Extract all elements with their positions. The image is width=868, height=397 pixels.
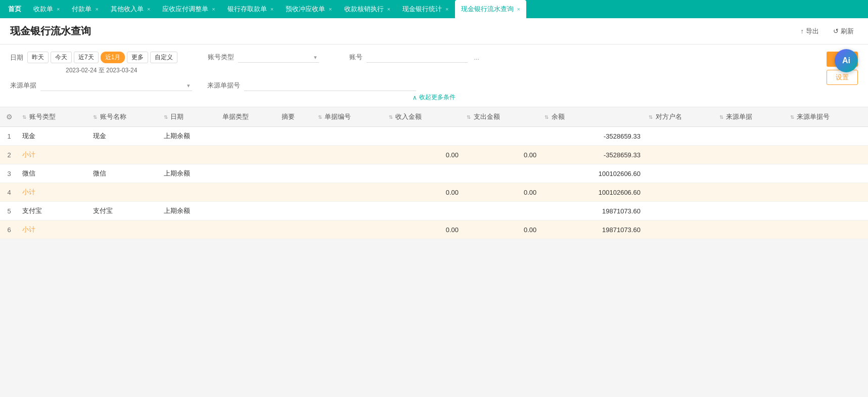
account-type-select[interactable] [238, 52, 319, 63]
nav-tab-2[interactable]: 其他收入单 × [105, 0, 156, 18]
collapse-bar[interactable]: ∧ 收起更多条件 [10, 91, 858, 102]
cell-balance: 100102606.60 [540, 164, 645, 183]
table-col-doc-no[interactable]: ⇅ 单据编号 [314, 107, 385, 127]
cell-source-doc [715, 202, 786, 220]
nav-tab-1[interactable]: 付款单 × [66, 0, 104, 18]
sort-icon: ⇅ [649, 114, 653, 120]
cell-doc-no [314, 183, 385, 202]
table-col-source-doc[interactable]: ⇅ 来源单据 [715, 107, 786, 127]
cell-account-type: 小计 [18, 146, 89, 164]
sort-icon: ⇅ [719, 114, 723, 120]
cell-account-name [89, 146, 160, 164]
date-btn-1month[interactable]: 近1月 [101, 52, 125, 63]
cell-counterpart [645, 183, 715, 202]
cell-source-doc-no [786, 183, 868, 202]
top-nav: 首页 收款单 × 付款单 × 其他收入单 × 应收应付调整单 × 银行存取款单 … [0, 0, 868, 18]
cell-doc-type [218, 220, 278, 239]
nav-tab-6[interactable]: 收款核销执行 × [338, 0, 396, 18]
sort-icon: ⇅ [389, 114, 393, 120]
cell-income: 0.00 [385, 183, 463, 202]
settings-icon[interactable]: ⚙ [6, 113, 13, 121]
sort-icon: ⇅ [467, 114, 471, 120]
date-btn-custom[interactable]: 自定义 [150, 52, 177, 63]
settings-button[interactable]: 设置 [827, 70, 858, 85]
table-col-income[interactable]: ⇅ 收入金额 [385, 107, 463, 127]
source-doc-no-input[interactable] [244, 80, 416, 91]
table-col-expense[interactable]: ⇅ 支出金额 [463, 107, 540, 127]
cell-account-type: 现金 [18, 127, 89, 146]
ai-assistant-button[interactable]: Ai [835, 49, 858, 72]
cell-income: 0.00 [385, 220, 463, 239]
cell-source-doc-no [786, 164, 868, 183]
table-col-source-doc-no[interactable]: ⇅ 来源单据号 [786, 107, 868, 127]
source-doc-no-group: 来源单据号 [207, 80, 416, 91]
source-doc-select[interactable] [40, 80, 192, 91]
table-col-date[interactable]: ⇅ 日期 [160, 107, 219, 127]
nav-tab-8[interactable]: 现金银行流水查询 × [455, 0, 526, 18]
collapse-label: 收起更多条件 [419, 93, 455, 102]
source-doc-no-label: 来源单据号 [207, 81, 240, 90]
close-icon[interactable]: × [95, 0, 98, 18]
close-icon[interactable]: × [270, 0, 273, 18]
account-type-filter-group: 账号类型 ▾ [208, 52, 319, 63]
cell-source-doc-no [786, 146, 868, 164]
collapse-icon: ∧ [413, 94, 417, 101]
date-btn-today[interactable]: 今天 [51, 52, 72, 63]
close-icon[interactable]: × [147, 0, 150, 18]
close-icon[interactable]: × [445, 0, 448, 18]
cell-counterpart [645, 127, 715, 146]
table-col-balance[interactable]: ⇅ 余额 [540, 107, 645, 127]
sort-icon: ⇅ [544, 114, 549, 120]
account-type-select-wrapper: ▾ [238, 52, 319, 63]
cell-source-doc-no [786, 202, 868, 220]
table-col-account-type[interactable]: ⇅ 账号类型 [18, 107, 89, 127]
cell-counterpart [645, 164, 715, 183]
nav-tab-7[interactable]: 现金银行统计 × [396, 0, 454, 18]
export-button[interactable]: ↑ 导出 [797, 25, 824, 38]
cell-income [385, 202, 463, 220]
close-icon[interactable]: × [387, 0, 390, 18]
date-btn-yesterday[interactable]: 昨天 [27, 52, 49, 63]
nav-tab-0[interactable]: 收款单 × [27, 0, 66, 18]
cell-account-type: 小计 [18, 183, 89, 202]
cell-income: 0.00 [385, 146, 463, 164]
close-icon[interactable]: × [57, 0, 60, 18]
refresh-button[interactable]: ↺ 刷新 [829, 25, 858, 38]
date-btn-more[interactable]: 更多 [127, 52, 148, 63]
close-icon[interactable]: × [517, 0, 520, 18]
cell-account-name: 现金 [89, 127, 160, 146]
cell-date [160, 220, 219, 239]
source-doc-select-wrapper: ▾ [40, 80, 192, 91]
nav-home[interactable]: 首页 [2, 0, 27, 18]
cell-balance: -3528659.33 [540, 127, 645, 146]
table-col-account-name[interactable]: ⇅ 账号名称 [89, 107, 160, 127]
date-btn-7days[interactable]: 近7天 [74, 52, 99, 63]
date-filter-label: 日期 [10, 53, 23, 62]
refresh-icon: ↺ [833, 27, 839, 35]
cell-doc-no [314, 127, 385, 146]
table-row: 6 小计 0.00 0.00 19871073.60 [0, 220, 868, 239]
more-options-button[interactable]: ... [472, 54, 481, 61]
row-number: 2 [0, 146, 18, 164]
close-icon[interactable]: × [212, 0, 215, 18]
account-no-input[interactable] [367, 52, 468, 63]
cell-date [160, 146, 219, 164]
nav-tab-5[interactable]: 预收冲应收单 × [280, 0, 338, 18]
cell-doc-type [218, 202, 278, 220]
nav-tab-4[interactable]: 银行存取款单 × [221, 0, 280, 18]
close-icon[interactable]: × [329, 0, 332, 18]
nav-tab-3[interactable]: 应收应付调整单 × [156, 0, 221, 18]
cell-expense: 0.00 [463, 220, 540, 239]
cell-balance: 19871073.60 [540, 202, 645, 220]
source-doc-filter-row: 来源单据 ▾ 来源单据号 [10, 80, 821, 91]
cell-counterpart [645, 146, 715, 164]
cell-balance: 100102606.60 [540, 183, 645, 202]
table-col-counterpart[interactable]: ⇅ 对方户名 [645, 107, 715, 127]
cell-balance: -3528659.33 [540, 146, 645, 164]
source-doc-group: 来源单据 ▾ [10, 80, 192, 91]
filter-area: 日期 昨天 今天 近7天 近1月 更多 自定义 2023-02-24 至 202… [0, 45, 868, 107]
account-no-label: 账号 [349, 53, 362, 62]
data-table-container: ⚙ ⇅ 账号类型 ⇅ 账号名称 ⇅ 日期 单据类型 摘要 [0, 107, 868, 239]
cell-summary [278, 127, 314, 146]
source-doc-label: 来源单据 [10, 81, 36, 90]
